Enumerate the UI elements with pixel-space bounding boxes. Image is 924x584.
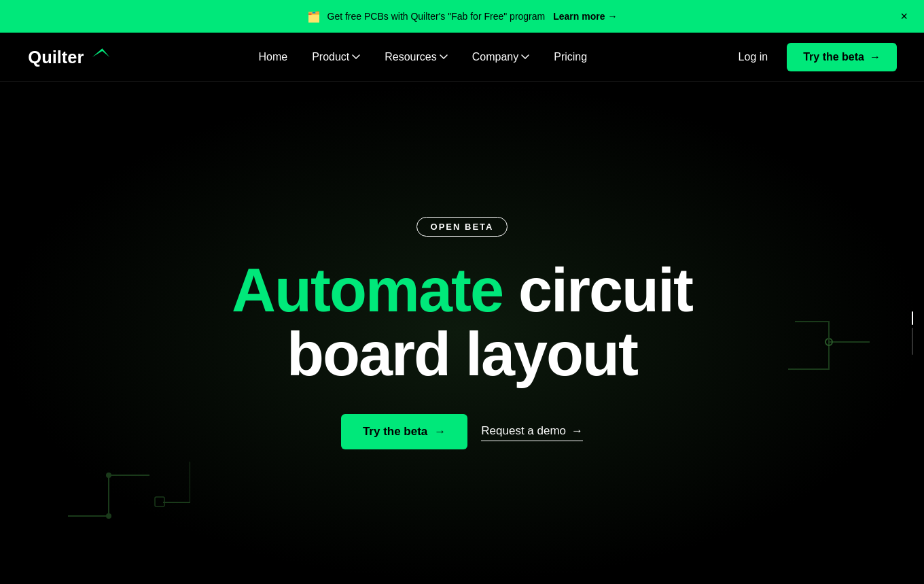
nav-home-link[interactable]: Home bbox=[249, 46, 297, 69]
request-demo-arrow-icon: → bbox=[571, 424, 583, 438]
nav-item-company: Company bbox=[463, 46, 539, 69]
learn-more-link[interactable]: Learn more → bbox=[553, 11, 617, 22]
hero-section: OPEN BETA Automate circuit board layout … bbox=[0, 82, 924, 584]
svg-point-5 bbox=[825, 339, 832, 345]
quilter-logo: Quilter bbox=[27, 44, 116, 71]
svg-rect-4 bbox=[155, 497, 164, 506]
nav-item-resources: Resources bbox=[375, 46, 457, 69]
nav-right: Log in Try the beta → bbox=[730, 43, 897, 71]
scroll-line bbox=[912, 328, 913, 355]
svg-text:Quilter: Quilter bbox=[28, 48, 84, 67]
nav-item-product: Product bbox=[302, 46, 370, 69]
banner-icon: 🗂️ bbox=[307, 10, 321, 23]
logo-link[interactable]: Quilter bbox=[27, 44, 116, 71]
company-chevron-icon bbox=[521, 54, 529, 60]
arrow-icon: → bbox=[607, 11, 617, 22]
svg-marker-1 bbox=[92, 48, 109, 57]
scroll-line-active bbox=[912, 311, 913, 325]
hero-heading: Automate circuit board layout bbox=[156, 258, 768, 387]
try-beta-hero-arrow-icon: → bbox=[434, 425, 446, 439]
circuit-decoration-right bbox=[775, 308, 883, 376]
banner-text: Get free PCBs with Quilter's "Fab for Fr… bbox=[327, 11, 546, 22]
request-demo-button[interactable]: Request a demo → bbox=[481, 422, 583, 441]
hero-content: OPEN BETA Automate circuit board layout … bbox=[156, 217, 768, 449]
svg-point-3 bbox=[106, 473, 111, 478]
try-beta-hero-button[interactable]: Try the beta → bbox=[341, 414, 467, 449]
nav-links: Home Product Resources Company bbox=[249, 46, 597, 69]
announcement-banner: 🗂️ Get free PCBs with Quilter's "Fab for… bbox=[0, 0, 924, 33]
hero-buttons: Try the beta → Request a demo → bbox=[341, 414, 583, 449]
nav-company-button[interactable]: Company bbox=[463, 46, 539, 69]
navbar: Quilter Home Product Resources bbox=[0, 33, 924, 82]
try-beta-nav-arrow-icon: → bbox=[870, 51, 881, 63]
close-banner-button[interactable]: × bbox=[898, 7, 910, 25]
circuit-decoration-left bbox=[54, 448, 190, 530]
try-beta-nav-button[interactable]: Try the beta → bbox=[787, 43, 897, 71]
svg-point-2 bbox=[106, 513, 111, 519]
product-chevron-icon bbox=[352, 54, 360, 60]
nav-item-home: Home bbox=[249, 46, 297, 69]
login-button[interactable]: Log in bbox=[730, 46, 777, 69]
resources-chevron-icon bbox=[440, 54, 448, 60]
nav-item-pricing: Pricing bbox=[544, 46, 597, 69]
nav-resources-button[interactable]: Resources bbox=[375, 46, 457, 69]
nav-product-button[interactable]: Product bbox=[302, 46, 370, 69]
open-beta-badge: OPEN BETA bbox=[416, 217, 508, 237]
nav-pricing-link[interactable]: Pricing bbox=[544, 46, 597, 69]
hero-heading-green: Automate bbox=[232, 256, 503, 324]
scroll-indicator bbox=[912, 311, 913, 355]
